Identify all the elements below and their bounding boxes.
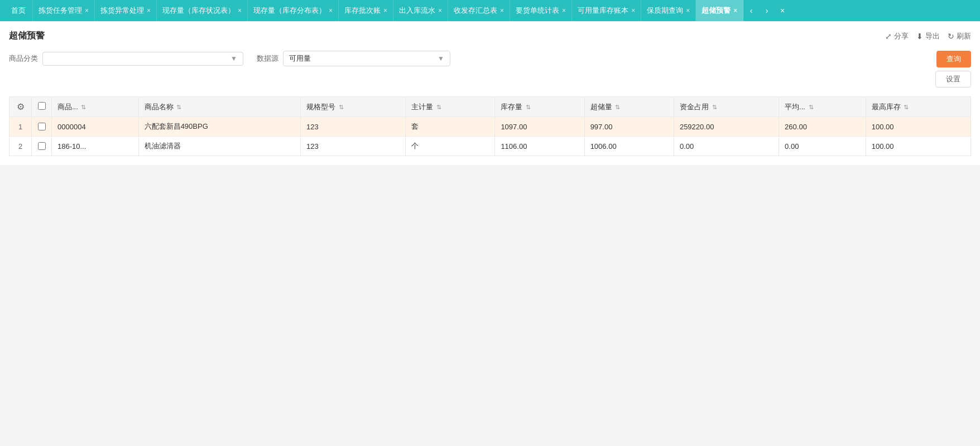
row-checkbox[interactable] (38, 123, 46, 130)
export-button[interactable]: ⬇ 导出 (916, 31, 940, 41)
table-row: 1 0000004 六配套新昌490BPG 123 套 1097.00 997.… (9, 117, 971, 137)
refresh-icon: ↻ (948, 32, 954, 41)
row-unit: 套 (406, 117, 495, 137)
row-index: 1 (9, 117, 32, 137)
product-category-label: 商品分类 (9, 54, 38, 64)
page-title: 超储预警 (9, 30, 45, 42)
nav-tab-batch-account[interactable]: 库存批次账 × (339, 0, 393, 21)
close-tab-order-stats[interactable]: × (562, 7, 566, 14)
col-header-capital[interactable]: 资金占用 ⇅ (674, 97, 779, 117)
product-category-select[interactable]: ▼ (42, 52, 243, 66)
nav-home[interactable]: 首页 (4, 0, 33, 21)
sort-icon-product-code: ⇅ (81, 104, 86, 110)
nav-tab-inout-flow[interactable]: 出入库流水 × (393, 0, 448, 21)
product-category-dropdown-arrow: ▼ (230, 55, 237, 62)
top-navigation: 首页 拣货任务管理 × 拣货异常处理 × 现存量（库存状况表） × 现存量（库存… (0, 0, 980, 21)
row-unit: 个 (406, 137, 495, 156)
col-header-unit[interactable]: 主计量 ⇅ (406, 97, 495, 117)
sort-icon-unit: ⇅ (436, 104, 441, 110)
nav-tab-pick-task[interactable]: 拣货任务管理 × (33, 0, 95, 21)
col-header-product-name[interactable]: 商品名称 ⇅ (138, 97, 300, 117)
sort-icon-spec: ⇅ (339, 104, 344, 110)
data-source-select[interactable]: 可用量 ▼ (283, 51, 450, 66)
filter-buttons: 查询 设置 (935, 51, 971, 88)
row-product-code: 186-10... (52, 137, 139, 156)
row-stock: 1106.00 (495, 137, 584, 156)
nav-tab-order-stats[interactable]: 要货单统计表 × (510, 0, 572, 21)
close-tab-quality-check[interactable]: × (686, 7, 690, 14)
export-icon: ⬇ (916, 32, 923, 41)
nav-prev-arrow[interactable]: ‹ (743, 0, 759, 21)
settings-gear-icon[interactable]: ⚙ (17, 102, 25, 112)
row-checkbox-cell[interactable] (32, 137, 52, 156)
data-source-dropdown-arrow: ▼ (438, 55, 444, 62)
nav-tab-stock-status[interactable]: 现存量（库存状况表） × (157, 0, 248, 21)
sort-icon-product-name: ⇅ (176, 104, 181, 110)
nav-close-arrow[interactable]: × (775, 0, 790, 21)
row-checkbox[interactable] (38, 142, 46, 150)
data-source-filter: 数据源 可用量 ▼ (257, 51, 450, 66)
row-product-name: 六配套新昌490BPG (138, 117, 300, 137)
close-tab-inout-flow[interactable]: × (438, 7, 442, 14)
row-capital: 259220.00 (674, 117, 779, 137)
refresh-button[interactable]: ↻ 刷新 (948, 31, 971, 41)
sort-icon-max-stock: ⇅ (904, 104, 909, 110)
close-tab-available-stock[interactable]: × (631, 7, 635, 14)
close-tab-stock-status[interactable]: × (238, 7, 242, 14)
close-tab-batch-account[interactable]: × (383, 7, 387, 14)
row-spec: 123 (300, 137, 405, 156)
table-row: 2 186-10... 机油滤清器 123 个 1106.00 1006.00 … (9, 137, 971, 156)
row-capital: 0.00 (674, 137, 779, 156)
row-product-name: 机油滤清器 (138, 137, 300, 156)
col-header-avg[interactable]: 平均... ⇅ (779, 97, 866, 117)
data-source-label: 数据源 (257, 54, 278, 64)
row-max-stock: 100.00 (866, 137, 971, 156)
close-tab-recv-summary[interactable]: × (500, 7, 504, 14)
col-header-settings[interactable]: ⚙ (9, 97, 32, 117)
nav-tab-overstock[interactable]: 超储预警 × (696, 0, 743, 21)
row-overstock: 997.00 (584, 117, 674, 137)
close-tab-overstock[interactable]: × (733, 7, 737, 14)
close-tab-stock-dist[interactable]: × (329, 7, 333, 14)
row-max-stock: 100.00 (866, 117, 971, 137)
row-stock: 1097.00 (495, 117, 584, 137)
col-header-max-stock[interactable]: 最高库存 ⇅ (866, 97, 971, 117)
nav-tab-available-stock[interactable]: 可用量库存账本 × (572, 0, 641, 21)
share-button[interactable]: ⤢ 分享 (885, 31, 909, 41)
table-header-row: ⚙ 商品... ⇅ 商品名称 ⇅ 规格型号 ⇅ 主计量 (9, 97, 971, 117)
share-icon: ⤢ (885, 32, 892, 41)
nav-tab-pick-exception[interactable]: 拣货异常处理 × (95, 0, 157, 21)
row-overstock: 1006.00 (584, 137, 674, 156)
row-index: 2 (9, 137, 32, 156)
row-product-code: 0000004 (52, 117, 139, 137)
row-avg: 260.00 (779, 117, 866, 137)
col-header-overstock[interactable]: 超储量 ⇅ (584, 97, 674, 117)
row-spec: 123 (300, 117, 405, 137)
close-tab-pick-task[interactable]: × (85, 7, 89, 14)
row-avg: 0.00 (779, 137, 866, 156)
sort-icon-capital: ⇅ (712, 104, 717, 110)
nav-tab-recv-summary[interactable]: 收发存汇总表 × (448, 0, 510, 21)
title-actions: ⤢ 分享 ⬇ 导出 ↻ 刷新 (885, 31, 971, 41)
page-title-row: 超储预警 ⤢ 分享 ⬇ 导出 ↻ 刷新 (9, 30, 971, 42)
col-header-stock[interactable]: 库存量 ⇅ (495, 97, 584, 117)
data-table: ⚙ 商品... ⇅ 商品名称 ⇅ 规格型号 ⇅ 主计量 (9, 96, 971, 156)
sort-icon-stock: ⇅ (526, 104, 531, 110)
col-header-checkbox[interactable] (32, 97, 52, 117)
main-content: 超储预警 ⤢ 分享 ⬇ 导出 ↻ 刷新 商品分类 ▼ (0, 21, 980, 165)
nav-next-arrow[interactable]: › (759, 0, 775, 21)
row-checkbox-cell[interactable] (32, 117, 52, 137)
close-tab-pick-exception[interactable]: × (147, 7, 151, 14)
select-all-checkbox[interactable] (38, 102, 46, 110)
col-header-spec[interactable]: 规格型号 ⇅ (300, 97, 405, 117)
query-button[interactable]: 查询 (936, 51, 971, 67)
settings-button[interactable]: 设置 (935, 71, 971, 88)
sort-icon-overstock: ⇅ (615, 104, 620, 110)
col-header-product-code[interactable]: 商品... ⇅ (52, 97, 139, 117)
nav-tab-stock-dist[interactable]: 现存量（库存分布表） × (248, 0, 339, 21)
product-category-filter: 商品分类 ▼ (9, 52, 243, 66)
data-source-value: 可用量 (289, 54, 311, 64)
sort-icon-avg: ⇅ (809, 104, 814, 110)
nav-tab-quality-check[interactable]: 保质期查询 × (641, 0, 696, 21)
